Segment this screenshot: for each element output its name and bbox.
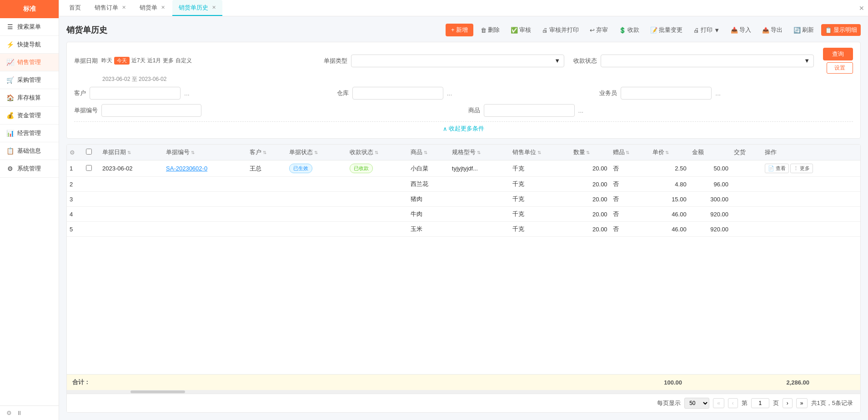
new-button[interactable]: + 新增 [446, 24, 473, 36]
date-7days[interactable]: 近7天 [131, 57, 146, 65]
col-unit[interactable]: 销售单位 [510, 145, 570, 160]
date-1month[interactable]: 近1月 [147, 57, 161, 65]
cell-doc-date [100, 192, 163, 207]
goods-ellipsis-btn[interactable]: ... [578, 107, 584, 114]
main-area: 首页 销售订单 ✕ 销货单 ✕ 销货单历史 ✕ ✕ 销货单历史 + 新增 🗑 删… [59, 0, 868, 420]
collect-button[interactable]: 💲 收款 [615, 24, 643, 36]
cell-unit: 千克 [510, 192, 570, 207]
gear-icon[interactable]: ⚙ [70, 149, 75, 156]
cell-qty: 20.00 [571, 207, 610, 222]
tab-close-sales-order[interactable]: ✕ [122, 5, 126, 10]
display-button[interactable]: 📋 显示明细 [821, 24, 861, 36]
print-button[interactable]: 🖨 打印 ▼ [690, 24, 723, 36]
action-更多-btn[interactable]: ⋮ 更多 [790, 164, 813, 173]
col-goods[interactable]: 商品 [408, 145, 449, 160]
prev-page-btn[interactable]: ‹ [728, 398, 738, 408]
action-查看-btn[interactable]: 📄 查看 [765, 164, 789, 173]
customer-input[interactable] [90, 87, 181, 100]
export-button[interactable]: 📤 导出 [758, 24, 786, 36]
row-checkbox[interactable] [86, 165, 92, 171]
date-custom[interactable]: 自定义 [176, 57, 192, 65]
query-button[interactable]: 查询 [823, 48, 853, 60]
warehouse-input[interactable] [352, 87, 443, 100]
sidebar-item-inventory[interactable]: 🏠 库存核算 [0, 89, 59, 107]
sidebar-item-purchase-mgmt[interactable]: 🛒 采购管理 [0, 71, 59, 89]
date-more[interactable]: 更多 [163, 57, 174, 65]
settings-button[interactable]: 设置 [827, 62, 853, 74]
pause-icon[interactable]: ⏸ [16, 410, 22, 416]
approve-button[interactable]: ✅ 审核 [507, 24, 535, 36]
cell-doc-date [100, 222, 163, 237]
sidebar-item-label: 快捷导航 [17, 40, 41, 49]
collapse-row: ∧ 收起更多条件 [74, 121, 853, 133]
tab-home[interactable]: 首页 [63, 0, 87, 16]
sidebar-item-sales-mgmt[interactable]: 📈 销售管理 [0, 54, 59, 71]
tab-delivery-history-label: 销货单历史 [179, 4, 208, 12]
docno-input[interactable] [101, 104, 201, 117]
date-today[interactable]: 今天 [114, 57, 130, 65]
doc-no-link[interactable]: SA-20230602-0 [166, 165, 207, 172]
first-page-btn[interactable]: « [713, 398, 724, 408]
col-qty[interactable]: 数量 [571, 145, 610, 160]
cell-spec [449, 177, 510, 192]
col-price[interactable]: 单价 [650, 145, 689, 160]
total-label: 合计： [72, 378, 109, 386]
approve-print-button[interactable]: 🖨 审核并打印 [538, 24, 582, 36]
col-gift[interactable]: 赠品 [610, 145, 650, 160]
sidebar-item-search-menu[interactable]: ☰ 搜索菜单 [0, 18, 59, 36]
select-all-checkbox[interactable] [86, 149, 92, 155]
sidebar-item-basic-info[interactable]: 📋 基础信息 [0, 142, 59, 160]
cell-actions [762, 192, 860, 207]
col-doc-no[interactable]: 单据编号 [163, 145, 247, 160]
customer-label: 客户 [74, 89, 86, 97]
salesperson-ellipsis-btn[interactable]: ... [715, 90, 721, 97]
tab-delivery-history[interactable]: 销货单历史 ✕ [172, 0, 222, 16]
col-doc-date[interactable]: 单据日期 [100, 145, 163, 160]
payment-status-select[interactable]: ▼ [601, 55, 814, 67]
import-button[interactable]: 📥 导入 [727, 24, 755, 36]
abandon-button[interactable]: ↩ 弃审 [586, 24, 612, 36]
tab-close-delivery[interactable]: ✕ [161, 5, 165, 10]
settings-icon[interactable]: ⚙ [6, 410, 12, 416]
tab-close-delivery-history[interactable]: ✕ [212, 5, 216, 10]
last-page-btn[interactable]: » [796, 398, 808, 408]
delete-button[interactable]: 🗑 删除 [477, 24, 503, 36]
cell-actions [762, 177, 860, 192]
cell-doc-no [163, 207, 247, 222]
approve-print-label: 审核并打印 [549, 26, 579, 34]
customer-ellipsis-btn[interactable]: ... [184, 90, 190, 97]
per-page-select[interactable]: 50 100 200 [684, 398, 709, 409]
warehouse-ellipsis-btn[interactable]: ... [447, 90, 452, 97]
table-scroll-container[interactable]: ⚙ 单据日期 单据编号 客户 单据状态 收款状态 商品 规格型号 [67, 145, 860, 374]
sidebar-item-label: 经营管理 [17, 129, 41, 137]
cell-unit: 千克 [510, 207, 570, 222]
window-close-btn[interactable]: ✕ [859, 5, 864, 12]
sidebar-item-system[interactable]: ⚙ 系统管理 [0, 160, 59, 178]
sidebar-item-quick-nav[interactable]: ⚡ 快捷导航 [0, 36, 59, 54]
cell-amount: 920.00 [689, 207, 731, 222]
scroll-thumb[interactable] [130, 390, 185, 393]
page-number-input[interactable] [751, 398, 769, 408]
tab-delivery[interactable]: 销货单 ✕ [133, 0, 171, 16]
date-yesterday[interactable]: 昨天 [101, 57, 112, 65]
tab-sales-order[interactable]: 销售订单 ✕ [88, 0, 132, 16]
col-gear[interactable]: ⚙ [67, 145, 83, 160]
salesperson-input[interactable] [621, 87, 712, 100]
doc-type-select[interactable]: ▼ [351, 55, 564, 67]
approve-icon: ✅ [511, 27, 518, 34]
col-spec[interactable]: 规格型号 [449, 145, 510, 160]
sidebar-item-finance[interactable]: 💰 资金管理 [0, 107, 59, 125]
batch-change-button[interactable]: 📝 批量变更 [647, 24, 686, 36]
next-page-btn[interactable]: › [783, 398, 793, 408]
sidebar-item-operations[interactable]: 📊 经营管理 [0, 125, 59, 142]
refresh-button[interactable]: 🔄 刷新 [790, 24, 818, 36]
col-customer[interactable]: 客户 [247, 145, 286, 160]
col-doc-status[interactable]: 单据状态 [286, 145, 347, 160]
goods-input[interactable] [484, 104, 575, 117]
cell-transaction [731, 207, 762, 222]
cell-doc-status [286, 222, 347, 237]
cell-transaction [731, 222, 762, 237]
col-payment-status[interactable]: 收款状态 [347, 145, 407, 160]
collapse-button[interactable]: ∧ 收起更多条件 [74, 125, 853, 133]
horizontal-scrollbar[interactable] [67, 390, 860, 394]
